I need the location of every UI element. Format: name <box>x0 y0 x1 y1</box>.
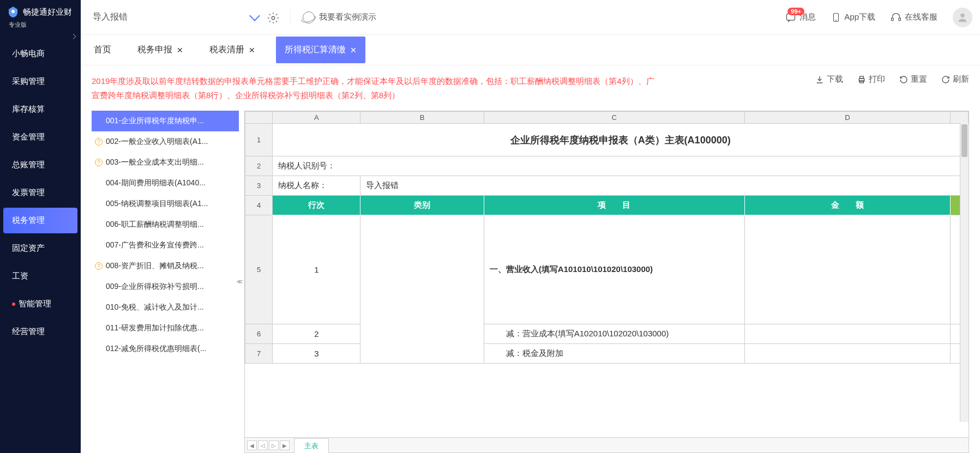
print-icon <box>857 75 866 84</box>
support-button[interactable]: 在线客服 <box>885 12 943 23</box>
cell-rownum[interactable]: 2 <box>273 324 360 344</box>
sheet-nav-next[interactable]: ▷ <box>269 440 279 450</box>
tree-item-012[interactable]: 012-减免所得税优惠明细表(... <box>92 339 239 359</box>
headset-icon <box>891 12 901 23</box>
taxpayer-name-label[interactable]: 纳税人名称： <box>273 176 360 196</box>
help-icon[interactable]: ? <box>95 138 103 146</box>
chevron-down-icon[interactable] <box>249 10 260 21</box>
tree-item-007[interactable]: 007-广告费和业务宣传费跨... <box>92 235 239 256</box>
sidebar-item-tax[interactable]: 税务管理 <box>3 208 77 233</box>
demo-label: 我要看实例演示 <box>319 12 376 22</box>
taxpayer-id-label[interactable]: 纳税人识别号： <box>273 156 969 176</box>
divider <box>290 9 291 26</box>
th-row[interactable]: 行次 <box>273 196 360 215</box>
sheet-nav-prev[interactable]: ◁ <box>258 440 268 450</box>
refresh-button[interactable]: 刷新 <box>941 74 969 84</box>
sidebar-item-funds[interactable]: 资金管理 <box>0 123 81 151</box>
cell-item[interactable]: 一、营业收入(填写A101010\101020\103000) <box>484 215 744 324</box>
tree-item-006[interactable]: 006-职工薪酬纳税调整明细... <box>92 214 239 235</box>
print-button[interactable]: 打印 <box>857 74 885 84</box>
tree-item-010[interactable]: 010-免税、减计收入及加计... <box>92 297 239 318</box>
sheet-tab-main[interactable]: 主表 <box>294 438 329 453</box>
svg-rect-5 <box>892 17 893 20</box>
col-head-c[interactable]: C <box>484 112 744 124</box>
sidebar-item-inventory[interactable]: 库存核算 <box>0 95 81 123</box>
brand-name: 畅捷通好业财 <box>23 7 72 17</box>
th-category[interactable]: 类别 <box>360 196 484 215</box>
cell-amount[interactable] <box>744 344 950 364</box>
sheet-nav-first[interactable]: ◀ <box>247 440 257 450</box>
row-head[interactable]: 4 <box>245 196 273 215</box>
taxpayer-name-value[interactable]: 导入报错 <box>360 176 969 196</box>
tree-item-004[interactable]: 004-期间费用明细表(A1040... <box>92 173 239 194</box>
demo-link[interactable]: 我要看实例演示 <box>303 11 376 23</box>
sidebar-item-smart[interactable]: 智能管理 <box>0 290 81 318</box>
sheet-title[interactable]: 企业所得税年度纳税申报表（A类）主表(A100000) <box>273 124 969 156</box>
close-icon[interactable]: ✕ <box>177 46 183 55</box>
help-icon[interactable]: ? <box>95 262 103 270</box>
row-head[interactable]: 7 <box>245 344 273 364</box>
help-icon[interactable]: ? <box>95 159 103 166</box>
brand-icon <box>7 5 20 19</box>
th-amount[interactable]: 金 额 <box>744 196 950 215</box>
tab-tax-declare[interactable]: 税务申报✕ <box>132 37 189 63</box>
tree-item-003[interactable]: ?003-一般企业成本支出明细... <box>92 152 239 173</box>
sidebar-item-assets[interactable]: 固定资产 <box>0 234 81 262</box>
reset-button[interactable]: 重置 <box>899 74 927 84</box>
col-head-a[interactable]: A <box>273 112 360 124</box>
cell-amount[interactable] <box>744 324 950 344</box>
sidebar-item-salary[interactable]: 工资 <box>0 262 81 290</box>
tree-item-002[interactable]: ?002-一般企业收入明细表(A1... <box>92 131 239 152</box>
sheet-nav-last[interactable]: ▶ <box>280 440 290 450</box>
row-head[interactable]: 3 <box>245 176 273 196</box>
sidebar-item-ledger[interactable]: 总账管理 <box>0 151 81 179</box>
tab-tax-list[interactable]: 税表清册✕ <box>204 37 261 63</box>
sidebar-item-business[interactable]: 经营管理 <box>0 318 81 346</box>
row-head[interactable]: 6 <box>245 324 273 344</box>
sidebar-item-ecommerce[interactable]: 小畅电商 <box>0 40 81 68</box>
th-item[interactable]: 项 目 <box>484 196 744 215</box>
collapse-icon[interactable]: << <box>237 278 241 286</box>
app-download-button[interactable]: App下载 <box>826 12 881 23</box>
sidebar: 畅捷通好业财 专业版 小畅电商 采购管理 库存核算 资金管理 总账管理 发票管理… <box>0 0 81 453</box>
warning-text: 2019年度涉及取以前年度结转数据的申报表单元格需要手工维护正确，才能保证本年及… <box>92 74 659 102</box>
cell-amount[interactable] <box>744 215 950 324</box>
tree-item-009[interactable]: 009-企业所得税弥补亏损明... <box>92 276 239 297</box>
tab-home[interactable]: 首页 <box>88 37 117 63</box>
cell-category[interactable] <box>360 215 484 364</box>
sidebar-item-partial[interactable] <box>0 33 81 40</box>
search-box[interactable]: 导入报错 <box>88 7 263 28</box>
tree-item-001[interactable]: 001-企业所得税年度纳税申... <box>92 111 239 131</box>
cell-item[interactable]: 减：税金及附加 <box>484 344 744 364</box>
topbar: 导入报错 我要看实例演示 99+ 消息 App下载 <box>81 0 980 35</box>
col-head-e[interactable] <box>951 112 969 124</box>
vertical-scrollbar[interactable] <box>960 123 969 422</box>
svg-rect-6 <box>899 17 900 20</box>
cell-rownum[interactable]: 3 <box>273 344 360 364</box>
form-tree: 001-企业所得税年度纳税申... ?002-一般企业收入明细表(A1... ?… <box>92 111 239 453</box>
sidebar-item-purchase[interactable]: 采购管理 <box>0 68 81 95</box>
download-button[interactable]: 下载 <box>815 74 843 84</box>
messages-button[interactable]: 99+ 消息 <box>780 12 821 23</box>
tree-item-008[interactable]: ?008-资产折旧、摊销及纳税... <box>92 256 239 276</box>
row-head[interactable]: 5 <box>245 215 273 324</box>
col-head-b[interactable]: B <box>360 112 484 124</box>
gear-icon[interactable] <box>267 12 278 23</box>
tree-item-005[interactable]: 005-纳税调整项目明细表(A1... <box>92 194 239 214</box>
cell-rownum[interactable]: 1 <box>273 215 360 324</box>
spreadsheet: A B C D 1 企业所得税年度纳税申报表（A类）主表(A100000) 2 <box>244 111 969 453</box>
row-head[interactable]: 2 <box>245 156 273 176</box>
close-icon[interactable]: ✕ <box>350 46 357 55</box>
col-head-d[interactable]: D <box>744 112 950 124</box>
avatar[interactable] <box>953 8 972 27</box>
scrollbar-thumb[interactable] <box>961 124 967 157</box>
tree-item-011[interactable]: 011-研发费用加计扣除优惠... <box>92 318 239 339</box>
tab-income-tax[interactable]: 所得税汇算清缴✕ <box>276 37 365 63</box>
corner-cell[interactable] <box>245 112 273 124</box>
row-head[interactable]: 1 <box>245 124 273 156</box>
cell-item[interactable]: 减：营业成本(填写A102010\102020\103000) <box>484 324 744 344</box>
sidebar-item-invoice[interactable]: 发票管理 <box>0 179 81 207</box>
svg-point-1 <box>272 16 275 20</box>
svg-rect-9 <box>860 76 864 78</box>
close-icon[interactable]: ✕ <box>249 46 255 55</box>
